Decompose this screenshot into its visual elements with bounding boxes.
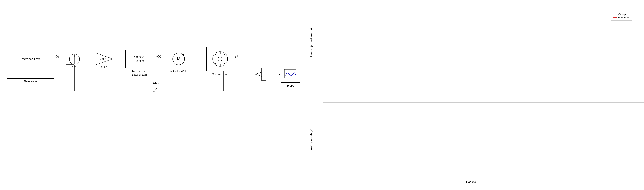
actuator-write-block: M xyxy=(166,50,192,68)
chart2-area: 0 2 4 6 8 10 12 14 16 18 20 1 2 3 4 5 xyxy=(323,102,644,103)
legend1-reference: Referencia xyxy=(618,16,630,19)
chart2-xlabel: Čas (s) xyxy=(466,180,476,184)
svg-line-11 xyxy=(255,74,262,76)
tf-denominator: z-0.999 xyxy=(133,59,146,63)
svg-marker-17 xyxy=(278,73,281,75)
sensor-read-block xyxy=(206,47,234,71)
svg-text:M: M xyxy=(177,57,180,61)
svg-point-33 xyxy=(183,54,184,55)
gain-block: 0.001 Gain xyxy=(96,53,113,65)
svg-point-35 xyxy=(218,57,222,61)
chart1: Uhlová rýchlosť (rad/s) xyxy=(304,4,638,94)
scope-label: Scope xyxy=(281,84,300,87)
sensor-label: Sensor Read xyxy=(206,73,234,76)
sum-block: + − Sum xyxy=(66,54,83,65)
svg-text:0.001: 0.001 xyxy=(100,57,107,60)
svg-text:r(k): r(k) xyxy=(55,55,59,58)
transfer-fcn-block: z-0.7001 z-0.999 xyxy=(126,50,153,68)
reference-label: Reference Level xyxy=(20,57,41,61)
chart2-ylabel: Akčný zásah (V) xyxy=(310,132,313,150)
svg-text:y(k): y(k) xyxy=(235,55,240,58)
charts-panel: Uhlová rýchlosť (rad/s) xyxy=(298,0,644,190)
chart1-ylabel: Uhlová rýchlosť (rad/s) xyxy=(310,40,313,58)
svg-rect-44 xyxy=(284,69,296,78)
tf-label: Transfer FcnLead or Lag xyxy=(126,70,153,77)
gain-label: Gain xyxy=(96,65,113,69)
delay-value: z-1 xyxy=(153,87,158,93)
delay-block: z-1 xyxy=(144,84,166,96)
legend1-output: Výstup xyxy=(618,13,626,16)
simulink-diagram: r(k) u(k) y(k) xyxy=(0,0,298,190)
scope-block xyxy=(281,66,300,83)
reference-block: Reference Level xyxy=(7,39,54,79)
chart1-area: 0 2 4 6 8 10 12 14 16 18 20 0 500 1000 1… xyxy=(323,11,644,11)
sum-label: Sum xyxy=(66,65,83,68)
tf-numerator: z-0.7001 xyxy=(132,55,146,59)
svg-rect-12 xyxy=(262,68,266,81)
reference-sublabel: Reference xyxy=(7,80,54,83)
delay-label: Delay xyxy=(144,82,166,85)
svg-line-10 xyxy=(255,72,262,74)
chart2: Akčný zásah (V) xyxy=(304,96,638,186)
actuator-label: Actuator Write xyxy=(166,70,192,73)
chart1-legend: Výstup Referencia xyxy=(611,12,632,20)
svg-text:u(k): u(k) xyxy=(156,55,161,58)
